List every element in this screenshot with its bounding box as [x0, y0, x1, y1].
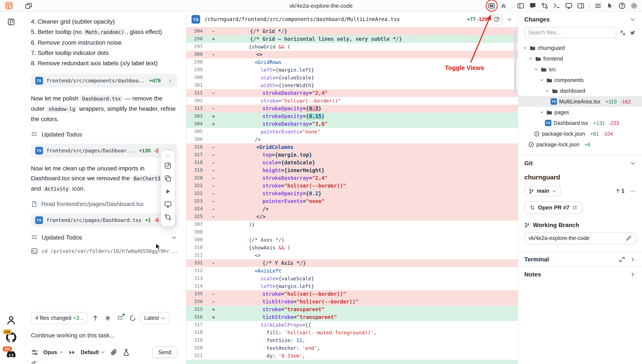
line-number: 305: [186, 128, 208, 136]
diff-line: 300 scale={valueScale}: [186, 74, 518, 82]
file-diff-chip[interactable]: TSfrontend/src/components/dashboa...+479: [31, 74, 177, 88]
changes-header[interactable]: Changes: [518, 12, 642, 26]
read-file-row[interactable]: Read frontend/src/pages/Dashboard.tsx: [31, 201, 177, 207]
chevron-right-icon[interactable]: [629, 256, 636, 262]
tree-file-package-lock.json[interactable]: package-lock.json+6: [518, 139, 642, 150]
tree-folder-churnguard[interactable]: churnguard: [518, 42, 642, 53]
gear-icon[interactable]: [630, 2, 638, 9]
file-name: package-lock.json: [536, 142, 579, 148]
updated-todos-row[interactable]: Updated Todos: [31, 234, 177, 241]
app-logo-icon[interactable]: [4, 1, 14, 10]
line-number: 302: [186, 97, 208, 105]
arrow-up-icon[interactable]: [90, 313, 101, 323]
chevron-down-icon[interactable]: [629, 160, 636, 166]
pen-icon[interactable]: [29, 360, 37, 364]
line-number: 311: [186, 252, 208, 259]
help-icon[interactable]: [618, 2, 626, 9]
copy-icon[interactable]: [162, 172, 174, 185]
mode-selector[interactable]: Default: [81, 349, 106, 355]
chevron-down-icon[interactable]: [539, 110, 544, 114]
file-search-input[interactable]: Search files...: [524, 27, 616, 38]
cursor-icon[interactable]: [606, 2, 614, 9]
chat-input[interactable]: Continue working on this task...: [31, 332, 177, 339]
drag-handle-icon[interactable]: [164, 152, 172, 159]
collapse-all-icon[interactable]: [620, 30, 626, 36]
git-compare-icon[interactable]: [162, 211, 174, 224]
updated-todos-row[interactable]: Updated Todos: [31, 131, 177, 138]
monitor-icon[interactable]: [162, 198, 174, 211]
tree-file-Dashboard.tsx[interactable]: TSDashboard.tsx+131-233: [518, 118, 642, 128]
edit-square-icon[interactable]: [162, 159, 174, 172]
chevron-right-icon[interactable]: [629, 271, 636, 278]
chevron-down-icon[interactable]: [171, 234, 177, 240]
expand-icon[interactable]: [619, 256, 625, 262]
chevron-down-icon[interactable]: [528, 56, 533, 61]
folder-name: components: [554, 77, 583, 83]
view-toggle-icon[interactable]: [488, 2, 495, 9]
assistant-text: Now let me clean up the unused imports i…: [31, 164, 177, 194]
kanban-icon[interactable]: [4, 15, 18, 29]
chevron-down-icon[interactable]: [506, 16, 513, 22]
diff-sign: -: [208, 290, 219, 298]
asterisk-icon[interactable]: [103, 313, 113, 323]
notes-header[interactable]: Notes: [518, 266, 642, 281]
chevron-down-icon[interactable]: [534, 67, 538, 72]
tree-folder-components[interactable]: components: [518, 75, 642, 86]
file-diff-chip[interactable]: TSfrontend/src/pages/Dashboard.tsx+1-5: [31, 213, 177, 227]
fast-forward-icon[interactable]: [68, 348, 76, 356]
diff-sign: [208, 236, 219, 244]
tree-folder-src[interactable]: src: [518, 64, 642, 75]
chevrons-up-icon[interactable]: [500, 2, 507, 9]
diff-line: 301 width={innerWidth}: [186, 82, 518, 89]
github-button[interactable]: 22k: [6, 332, 16, 342]
chat-icon[interactable]: [529, 2, 536, 9]
diff-view-toggle-button[interactable]: [492, 14, 502, 24]
tasklist-icon[interactable]: [115, 313, 125, 323]
chevron-down-icon[interactable]: [523, 46, 527, 50]
monitor-icon[interactable]: [565, 2, 572, 9]
chevron-down-icon[interactable]: [545, 88, 550, 93]
line-number: 336: [186, 298, 208, 306]
pencil-icon[interactable]: [626, 235, 632, 241]
play-icon[interactable]: [162, 185, 174, 198]
chevron-down-icon[interactable]: [539, 78, 544, 82]
diff-sign: -: [208, 51, 219, 58]
line-number: 320: [186, 344, 208, 352]
latest-dropdown[interactable]: Latest: [140, 312, 170, 324]
file-diff-chip[interactable]: TSfrontend/src/pages/Dashboar...+130-2: [31, 144, 177, 158]
flask-icon[interactable]: [123, 348, 130, 356]
branch-selector[interactable]: main: [524, 186, 561, 196]
more-icon[interactable]: [629, 188, 636, 194]
tree-folder-frontend[interactable]: frontend: [518, 53, 642, 64]
chevron-down-icon[interactable]: [629, 16, 636, 22]
notes-section: Notes: [518, 266, 642, 281]
menu-icon[interactable]: [594, 2, 602, 9]
send-button[interactable]: Send: [152, 346, 177, 358]
window-icon[interactable]: [25, 2, 32, 9]
person-button[interactable]: [6, 315, 16, 325]
tree-folder-pages[interactable]: pages: [518, 107, 642, 118]
open-pr-button[interactable]: Open PR #7: [524, 201, 582, 214]
paperclip-icon[interactable]: [110, 348, 118, 356]
git-compare-icon[interactable]: [541, 2, 548, 9]
terminal-icon[interactable]: [553, 2, 560, 9]
tree-folder-dashboard[interactable]: dashboard: [518, 86, 642, 96]
scrollbar-thumb[interactable]: [514, 30, 517, 94]
line-number: 320: [186, 174, 208, 182]
floating-toolbar[interactable]: [161, 150, 175, 227]
git-header[interactable]: Git: [518, 156, 642, 170]
panel-left-icon[interactable]: [517, 2, 524, 9]
working-branch-input[interactable]: vk/4e2a-explore-the-code: [524, 232, 636, 244]
tree-file-package-lock.json[interactable]: package-lock.json+61-104: [518, 128, 642, 139]
model-selector[interactable]: Opus: [43, 349, 64, 355]
discord-button[interactable]: 346: [6, 350, 16, 360]
diff-sign: [208, 267, 219, 275]
panel-right-icon[interactable]: [577, 2, 584, 9]
tree-file-MultiLineArea.tsx[interactable]: TSMultiLineArea.tsx+110-162: [518, 96, 642, 107]
terminal-command-row[interactable]: cd /private/var/folders/10/h7w0q46556ggr…: [31, 248, 177, 254]
sliders-icon[interactable]: [31, 348, 39, 356]
files-changed-button[interactable]: 4 files changed +3...: [31, 312, 88, 324]
bird-icon[interactable]: [629, 30, 636, 36]
terminal-header[interactable]: Terminal: [518, 252, 642, 266]
terminal-command: cd /private/var/folders/10/h7w0q46556ggr…: [42, 248, 177, 254]
